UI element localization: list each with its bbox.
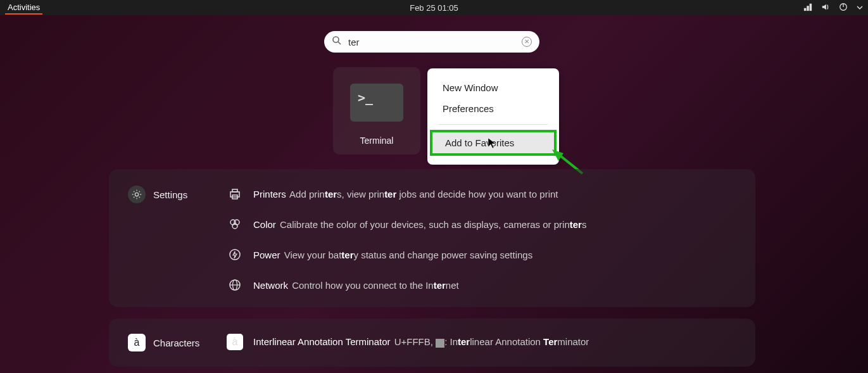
- menu-preferences[interactable]: Preferences: [427, 98, 559, 119]
- glyph-placeholder-icon: [436, 339, 444, 348]
- svg-rect-0: [804, 8, 807, 10]
- svg-rect-1: [807, 6, 809, 11]
- menu-add-to-favorites[interactable]: Add to Favorites: [430, 130, 557, 156]
- volume-icon[interactable]: [821, 3, 830, 13]
- svg-line-6: [338, 42, 341, 44]
- printer-icon: [227, 186, 243, 202]
- search-bar: ✕: [324, 31, 539, 53]
- svg-rect-10: [230, 192, 239, 197]
- network-icon[interactable]: [803, 3, 812, 13]
- app-context-menu: New Window Preferences Add to Favorites: [427, 68, 559, 165]
- characters-result-item[interactable]: à Interlinear Annotation Terminator U+FF…: [227, 334, 736, 350]
- gear-icon: [128, 186, 146, 203]
- clock[interactable]: Feb 25 01:05: [410, 3, 458, 13]
- power-result-icon: [227, 246, 243, 263]
- settings-result-printers[interactable]: Printers Add printers, view printer jobs…: [227, 186, 736, 202]
- globe-icon: [227, 277, 243, 293]
- color-icon: [227, 216, 243, 232]
- characters-heading[interactable]: à Characters: [128, 334, 227, 351]
- activities-button[interactable]: Activities: [5, 1, 42, 15]
- power-icon[interactable]: [839, 3, 848, 13]
- terminal-app-label: Terminal: [360, 136, 394, 146]
- clear-search-button[interactable]: ✕: [522, 37, 532, 47]
- chevron-down-icon[interactable]: [857, 3, 863, 13]
- settings-result-network[interactable]: Network Control how you connect to the I…: [227, 277, 736, 293]
- settings-results-panel: Settings Printers Add printers, view pri…: [109, 169, 755, 307]
- svg-rect-11: [232, 189, 237, 192]
- search-input[interactable]: [348, 37, 515, 47]
- svg-point-5: [333, 37, 339, 42]
- settings-heading[interactable]: Settings: [128, 186, 227, 203]
- settings-result-color[interactable]: Color Calibrate the color of your device…: [227, 216, 736, 232]
- top-bar: Activities Feb 25 01:05: [0, 0, 868, 15]
- characters-app-icon: à: [128, 334, 146, 351]
- characters-heading-label: Characters: [153, 338, 199, 348]
- svg-point-16: [230, 250, 240, 260]
- menu-separator: [439, 124, 548, 125]
- settings-heading-label: Settings: [153, 189, 187, 200]
- terminal-icon: >_: [350, 84, 403, 122]
- search-icon: [332, 35, 342, 48]
- characters-results-panel: à Characters à Interlinear Annotation Te…: [109, 319, 755, 367]
- svg-rect-2: [810, 3, 812, 10]
- settings-result-power[interactable]: Power View your battery status and chang…: [227, 246, 736, 263]
- menu-new-window[interactable]: New Window: [427, 77, 559, 98]
- character-glyph-icon: à: [227, 334, 243, 350]
- svg-point-9: [135, 193, 138, 196]
- terminal-app-tile[interactable]: >_ Terminal: [333, 67, 420, 155]
